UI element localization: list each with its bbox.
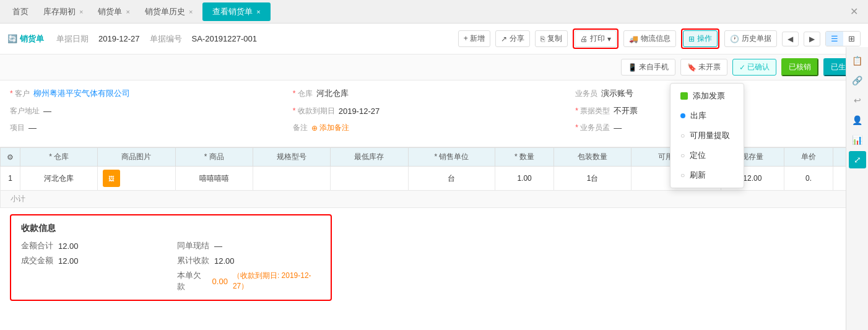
cell-unit-price: 0. xyxy=(784,167,833,191)
dropdown-add-invoice[interactable]: 添加发票 xyxy=(671,86,744,106)
doc-actions: + 新增 ↗ 分享 ⎘ 复制 🖨 打印 ▾ 🚚 xyxy=(458,28,861,49)
tab-view-sales-label: 查看销货单 xyxy=(212,6,253,17)
tab-sales[interactable]: 销货单 × xyxy=(90,0,137,24)
stock-out-icon xyxy=(680,113,685,118)
product-image: 🖼 xyxy=(103,170,120,187)
staff-label: 业务员 xyxy=(575,89,597,99)
print-highlight-box: 🖨 打印 ▾ xyxy=(573,28,618,49)
operation-button[interactable]: ⊞ 操作 xyxy=(683,30,718,47)
ticket-label: 票据类型 xyxy=(575,106,610,116)
window-close-button[interactable]: ✕ xyxy=(845,6,863,17)
confirmed-button[interactable]: ✓ 已确认 xyxy=(732,59,776,76)
dropdown-locate[interactable]: ○ 定位 xyxy=(671,145,744,165)
share-button[interactable]: ↗ 分享 xyxy=(495,30,530,47)
tab-home[interactable]: 首页 xyxy=(5,0,36,24)
balance-value: 0.00 xyxy=(212,277,228,286)
due-date-label: 收款到期日 xyxy=(293,106,335,116)
cell-spec xyxy=(253,167,330,191)
total-amount-value: 12.00 xyxy=(58,241,79,251)
cell-sales-unit: 台 xyxy=(408,167,495,191)
cell-product: 嘻嘻嘻嘻 xyxy=(175,167,253,191)
cumulative-value: 12.00 xyxy=(214,256,235,266)
same-order-value: — xyxy=(214,241,222,251)
cell-quantity: 1.00 xyxy=(495,167,554,191)
transaction-label: 成交金额 xyxy=(21,255,53,266)
new-button[interactable]: + 新增 xyxy=(458,30,490,47)
view-toggle: ☰ ⊞ xyxy=(825,31,861,46)
prev-button[interactable]: ◀ xyxy=(782,32,799,46)
doc-header: 🔄 销货单 单据日期 2019-12-27 单据编号 SA-20191227-0… xyxy=(0,24,868,54)
note-label: 备注 xyxy=(293,123,308,133)
cell-warehouse: 河北仓库 xyxy=(20,167,98,191)
th-unit-price: 单价 xyxy=(784,148,833,167)
customer-label: 客户 xyxy=(10,89,30,99)
due-date-field: 收款到期日 2019-12-27 xyxy=(293,106,576,116)
sidebar-expand-icon[interactable]: ⤢ xyxy=(849,151,866,168)
number-label: 单据编号 xyxy=(150,33,182,45)
project-value: — xyxy=(28,123,37,132)
copy-button[interactable]: ⎘ 复制 xyxy=(535,30,568,47)
note-field: 备注 ⊕ 添加备注 xyxy=(293,123,576,133)
not-open-button[interactable]: 🔖 未开票 xyxy=(680,59,727,76)
warehouse-field: 仓库 河北仓库 xyxy=(293,88,576,99)
sidebar-chart-icon[interactable]: 📊 xyxy=(849,131,866,149)
view-grid-button[interactable]: ⊞ xyxy=(843,32,860,46)
locate-icon: ○ xyxy=(680,151,685,160)
refresh-label: 刷新 xyxy=(690,170,706,181)
staff-value: 演示账号 xyxy=(601,88,633,99)
doc-meta: 单据日期 2019-12-27 单据编号 SA-20191227-001 xyxy=(56,33,458,45)
print-icon: 🖨 xyxy=(580,35,588,43)
share-icon: ↗ xyxy=(501,35,507,43)
doc-title-icon: 🔄 xyxy=(7,34,17,43)
view-list-button[interactable]: ☰ xyxy=(826,32,843,46)
tab-sales-history-close[interactable]: × xyxy=(189,8,193,15)
sidebar-user-icon[interactable]: 👤 xyxy=(849,111,866,129)
sidebar-note-icon[interactable]: 📋 xyxy=(849,52,866,69)
balance-item: 本单欠款 0.00 （收款到期日: 2019-12-27） xyxy=(177,270,321,292)
cell-index: 1 xyxy=(1,167,20,191)
cell-pack-qty: 1台 xyxy=(553,167,631,191)
next-button[interactable]: ▶ xyxy=(804,32,820,46)
dropdown-refresh[interactable]: ○ 刷新 xyxy=(671,165,744,185)
tab-view-sales-close[interactable]: × xyxy=(256,8,260,15)
logistics-button[interactable]: 🚚 物流信息 xyxy=(623,30,676,47)
customer-value[interactable]: 柳州粤港平安气体有限公司 xyxy=(33,88,130,99)
tab-inventory-close[interactable]: × xyxy=(79,8,83,15)
th-min-stock: 最低库存 xyxy=(331,148,408,167)
th-warehouse: * 仓库 xyxy=(20,148,98,167)
transaction-item: 成交金额 12.00 xyxy=(21,255,165,266)
tab-view-sales[interactable]: 查看销货单 × xyxy=(202,2,270,21)
balance-note: （收款到期日: 2019-12-27） xyxy=(233,271,321,292)
voided-button[interactable]: 已核销 xyxy=(781,58,818,76)
tab-home-label: 首页 xyxy=(12,6,28,17)
right-sidebar: 📋 🔗 ↩ 👤 📊 ⤢ xyxy=(846,47,868,330)
mobile-icon: 📱 xyxy=(628,63,637,72)
add-note-button[interactable]: ⊕ 添加备注 xyxy=(311,123,349,133)
check-icon: ✓ xyxy=(739,63,745,72)
dropdown-available-pickup[interactable]: ○ 可用量提取 xyxy=(671,126,744,145)
same-order-item: 同单现结 — xyxy=(177,240,321,251)
address-field: 客户地址 — xyxy=(10,106,293,116)
sidebar-return-icon[interactable]: ↩ xyxy=(849,92,866,109)
ticket-value: 不开票 xyxy=(614,105,638,116)
available-pickup-label: 可用量提取 xyxy=(690,130,730,141)
print-button[interactable]: 🖨 打印 ▾ xyxy=(575,30,617,47)
tab-inventory[interactable]: 库存期初 × xyxy=(36,0,90,24)
staff2-value: — xyxy=(614,123,622,132)
tab-sales-history[interactable]: 销货单历史 × xyxy=(137,0,200,24)
dropdown-stock-out[interactable]: 出库 xyxy=(671,106,744,126)
tab-sales-close[interactable]: × xyxy=(126,8,129,15)
history-button[interactable]: 🕐 历史单据 xyxy=(724,30,777,47)
sidebar-link-icon[interactable]: 🔗 xyxy=(849,72,866,89)
balance-label: 本单欠款 xyxy=(177,270,207,292)
from-mobile-button[interactable]: 📱 来自手机 xyxy=(621,59,675,76)
warehouse-label: 仓库 xyxy=(293,89,313,99)
ticket-icon: 🔖 xyxy=(687,63,697,72)
print-chevron: ▾ xyxy=(607,35,611,43)
total-amount-item: 金额合计 12.00 xyxy=(21,240,165,251)
logistics-icon: 🚚 xyxy=(629,35,638,43)
th-quantity: * 数量 xyxy=(495,148,554,167)
staff2-label: 业务员孟 xyxy=(575,123,610,133)
operation-highlight-box: ⊞ 操作 xyxy=(681,28,719,49)
subtotal-cell: 小计 xyxy=(1,191,868,208)
